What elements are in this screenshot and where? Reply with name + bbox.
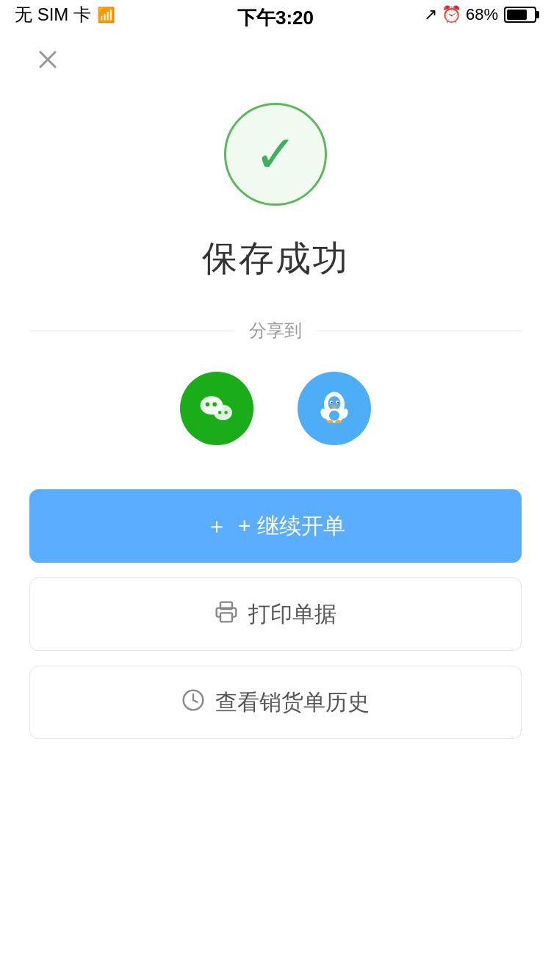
status-bar: 无 SIM 卡 📶 下午3:20 ↗ ⏰ 68% [0,0,551,29]
action-buttons: ＋ + 继续开单 打印单据 查看销货单历史 [29,489,522,739]
continue-label: + 继续开单 [238,511,345,541]
continue-button[interactable]: ＋ + 继续开单 [29,489,522,563]
svg-rect-22 [220,613,232,621]
svg-point-14 [332,406,337,408]
plus-icon: ＋ [206,511,228,541]
status-time: 下午3:20 [237,5,314,31]
svg-point-16 [329,411,339,421]
share-wechat-button[interactable] [180,372,253,445]
close-icon [37,48,59,71]
svg-point-7 [224,411,227,414]
svg-point-17 [327,420,333,423]
svg-point-9 [328,396,341,411]
no-sim-text: 无 SIM 卡 [15,3,91,26]
battery-text: 68% [466,5,498,24]
share-icons-row [180,372,371,445]
share-divider: 分享到 [29,319,522,342]
wechat-icon [196,388,237,429]
svg-point-3 [206,403,210,407]
svg-point-4 [212,403,217,407]
success-title: 保存成功 [202,235,349,282]
printer-icon [215,600,238,629]
close-button[interactable] [29,41,66,78]
svg-point-6 [218,411,221,414]
success-circle: ✓ [224,103,327,206]
divider-right [317,331,522,331]
status-right: ↗ ⏰ 68% [424,5,536,24]
wifi-icon: 📶 [97,6,115,24]
checkmark-icon: ✓ [254,129,298,180]
history-label: 查看销货单历史 [215,688,370,718]
svg-point-12 [331,402,332,403]
print-label: 打印单据 [248,599,336,630]
share-label: 分享到 [249,319,302,342]
history-button[interactable]: 查看销货单历史 [29,666,522,739]
qq-icon [314,388,355,429]
share-qq-button[interactable] [298,372,371,445]
clock-icon [181,688,205,717]
svg-point-18 [335,420,341,423]
status-left: 无 SIM 卡 📶 [15,3,115,26]
svg-point-5 [214,405,232,420]
print-button[interactable]: 打印单据 [29,577,522,651]
location-icon: ↗ [424,5,437,24]
main-content: ✓ 保存成功 分享到 [0,29,551,739]
alarm-icon: ⏰ [442,5,461,24]
svg-point-13 [337,402,339,403]
divider-left [29,331,234,331]
battery-icon [504,7,536,23]
